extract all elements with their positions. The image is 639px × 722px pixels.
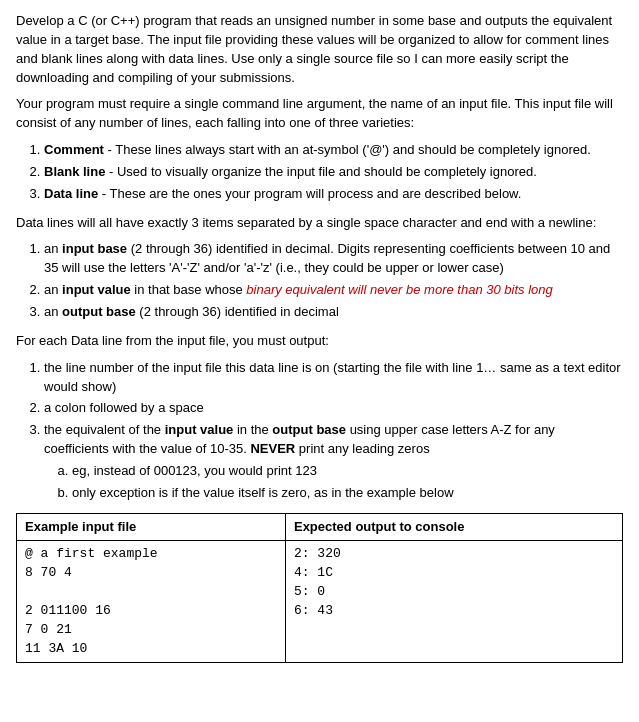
data-items-list: an input base (2 through 36) identified … bbox=[44, 240, 623, 321]
table-row: @ a first example 8 70 4 2 011100 16 7 0… bbox=[17, 541, 623, 663]
output-item-3-bold2: output base bbox=[272, 422, 346, 437]
table-header-row: Example input file Expected output to co… bbox=[17, 513, 623, 541]
list-item: only exception is if the value itself is… bbox=[72, 484, 623, 503]
variety-text-2: - Used to visually organize the input fi… bbox=[105, 164, 536, 179]
data-item-bold-3: output base bbox=[62, 304, 136, 319]
data-item-red-2: binary equivalent will never be more tha… bbox=[246, 282, 552, 297]
table-col2-content: 2: 320 4: 1C 5: 0 6: 43 bbox=[285, 541, 622, 663]
output-item-3-never-end: print any leading zeros bbox=[295, 441, 429, 456]
example-table: Example input file Expected output to co… bbox=[16, 513, 623, 664]
output-intro: For each Data line from the input file, … bbox=[16, 332, 623, 351]
data-item-bold-1: input base bbox=[62, 241, 127, 256]
list-item: an input value in that base whose binary… bbox=[44, 281, 623, 300]
variety-label-3: Data line bbox=[44, 186, 98, 201]
list-item: a colon followed by a space bbox=[44, 399, 623, 418]
list-item: eg, instead of 000123, you would print 1… bbox=[72, 462, 623, 481]
output-sub-item-2: only exception is if the value itself is… bbox=[72, 485, 454, 500]
output-item-3-never: NEVER bbox=[250, 441, 295, 456]
variety-text-1: - These lines always start with an at-sy… bbox=[104, 142, 591, 157]
data-lines-section: Data lines will all have exactly 3 items… bbox=[16, 214, 623, 322]
intro-para2: Your program must require a single comma… bbox=[16, 95, 623, 133]
list-item: Blank line - Used to visually organize t… bbox=[44, 163, 623, 182]
intro-para1: Develop a C (or C++) program that reads … bbox=[16, 12, 623, 87]
table-col1-content: @ a first example 8 70 4 2 011100 16 7 0… bbox=[17, 541, 286, 663]
output-item-2: a colon followed by a space bbox=[44, 400, 204, 415]
output-item-3-mid: in the bbox=[233, 422, 272, 437]
output-sub-list: eg, instead of 000123, you would print 1… bbox=[72, 462, 623, 503]
list-item: Data line - These are the ones your prog… bbox=[44, 185, 623, 204]
data-item-text-3: (2 through 36) identified in decimal bbox=[136, 304, 339, 319]
page-content: Develop a C (or C++) program that reads … bbox=[16, 12, 623, 663]
list-item: an output base (2 through 36) identified… bbox=[44, 303, 623, 322]
data-item-pre-2: an bbox=[44, 282, 62, 297]
output-item-3-pre: the equivalent of the bbox=[44, 422, 165, 437]
variety-label-1: Comment bbox=[44, 142, 104, 157]
data-lines-intro: Data lines will all have exactly 3 items… bbox=[16, 214, 623, 233]
data-item-bold-2: input value bbox=[62, 282, 131, 297]
list-item: the line number of the input file this d… bbox=[44, 359, 623, 397]
table-col1-header: Example input file bbox=[17, 513, 286, 541]
table-col2-header: Expected output to console bbox=[285, 513, 622, 541]
data-item-pre-3: an bbox=[44, 304, 62, 319]
data-item-text-1: (2 through 36) identified in decimal. Di… bbox=[44, 241, 610, 275]
intro-section: Develop a C (or C++) program that reads … bbox=[16, 12, 623, 204]
output-items-list: the line number of the input file this d… bbox=[44, 359, 623, 503]
list-item: an input base (2 through 36) identified … bbox=[44, 240, 623, 278]
data-item-pre-1: an bbox=[44, 241, 62, 256]
list-item: the equivalent of the input value in the… bbox=[44, 421, 623, 502]
variety-label-2: Blank line bbox=[44, 164, 105, 179]
variety-text-3: - These are the ones your program will p… bbox=[98, 186, 521, 201]
output-item-1: the line number of the input file this d… bbox=[44, 360, 621, 394]
data-item-text-2: in that base whose bbox=[131, 282, 247, 297]
output-sub-item-1: eg, instead of 000123, you would print 1… bbox=[72, 463, 317, 478]
output-section: For each Data line from the input file, … bbox=[16, 332, 623, 503]
varieties-list: Comment - These lines always start with … bbox=[44, 141, 623, 204]
output-item-3-bold1: input value bbox=[165, 422, 234, 437]
list-item: Comment - These lines always start with … bbox=[44, 141, 623, 160]
